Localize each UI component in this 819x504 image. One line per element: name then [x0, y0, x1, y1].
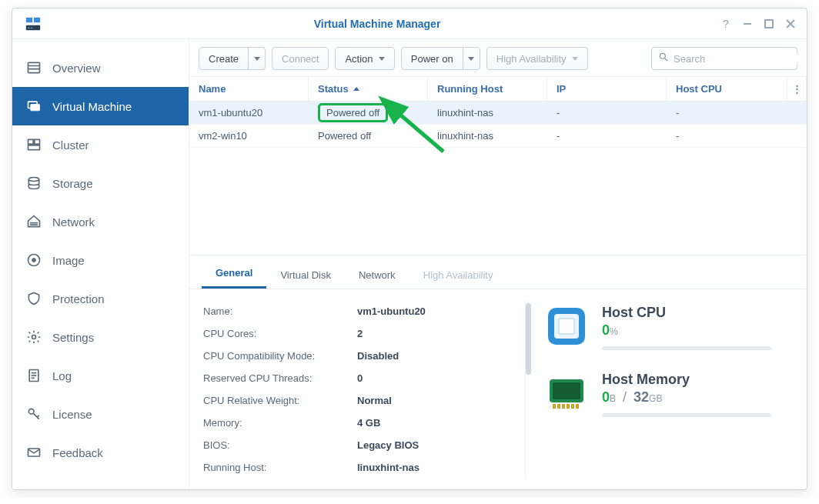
table-header: Name Status Running Host IP Host CPU ⋮ — [189, 77, 807, 102]
sidebar-item-image[interactable]: Image — [12, 241, 189, 279]
kv-val: 0 — [357, 372, 363, 384]
stat-label: Host Memory — [602, 372, 771, 388]
sidebar-item-settings[interactable]: Settings — [12, 318, 189, 356]
toolbar: Create Connect Action Power on High Avai… — [189, 39, 807, 77]
sidebar-item-label: Cluster — [52, 139, 89, 152]
stat-host-cpu: Host CPU 0% — [545, 305, 793, 350]
power-button-label: Power on — [402, 48, 463, 69]
memory-icon — [545, 372, 588, 415]
col-cpu[interactable]: Host CPU — [667, 77, 787, 101]
window-title: Virtual Machine Manager — [314, 18, 441, 30]
sidebar-item-label: Protection — [52, 292, 105, 305]
app-icon — [25, 15, 42, 32]
search-box[interactable] — [651, 47, 797, 70]
status-highlight: Powered off — [318, 103, 388, 122]
stat-bar — [602, 346, 771, 350]
svg-point-27 — [28, 409, 34, 414]
svg-point-22 — [32, 335, 36, 339]
svg-point-29 — [660, 53, 665, 58]
sidebar-item-label: Feedback — [52, 446, 103, 459]
create-button[interactable]: Create — [199, 47, 266, 70]
svg-rect-9 — [28, 62, 40, 72]
kv-key: CPU Relative Weight: — [203, 395, 357, 406]
svg-rect-14 — [28, 139, 34, 144]
col-name[interactable]: Name — [189, 77, 309, 101]
sidebar-item-label: Virtual Machine — [52, 100, 132, 113]
ha-button[interactable]: High Availability — [486, 47, 588, 70]
sidebar-item-overview[interactable]: Overview — [12, 48, 189, 87]
connect-button[interactable]: Connect — [272, 47, 329, 70]
cell-status: Powered off — [309, 102, 428, 124]
col-status[interactable]: Status — [309, 77, 428, 101]
ha-button-label: High Availability — [496, 53, 567, 65]
close-button[interactable] — [782, 15, 799, 32]
svg-point-17 — [28, 178, 38, 182]
cell-ip: - — [547, 102, 667, 124]
svg-rect-3 — [28, 27, 30, 28]
protection-icon — [26, 291, 42, 306]
envelope-icon — [26, 445, 42, 460]
sidebar-item-log[interactable]: Log — [12, 356, 189, 395]
detail-scrollbar[interactable] — [525, 300, 531, 479]
power-button[interactable]: Power on — [401, 47, 480, 70]
power-dropdown-caret[interactable] — [463, 48, 480, 69]
tab-general[interactable]: General — [202, 259, 266, 289]
app-window: Virtual Machine Manager ? Overview Virtu… — [12, 8, 807, 490]
svg-rect-37 — [553, 404, 556, 409]
svg-rect-4 — [31, 27, 32, 28]
kv-key: BIOS: — [203, 439, 357, 451]
log-icon — [26, 368, 42, 383]
svg-rect-36 — [553, 382, 580, 399]
help-button[interactable]: ? — [717, 15, 734, 32]
action-button[interactable]: Action — [335, 47, 394, 70]
cell-status: Powered off — [309, 125, 428, 147]
tab-network[interactable]: Network — [345, 262, 410, 289]
sidebar-item-feedback[interactable]: Feedback — [12, 433, 189, 472]
kv-val: vm1-ubuntu20 — [357, 305, 426, 317]
svg-rect-0 — [26, 17, 32, 22]
gear-icon — [26, 329, 42, 345]
table-row[interactable]: vm2-win10 Powered off linuxhint-nas - - — [189, 125, 807, 148]
svg-rect-1 — [34, 17, 40, 22]
storage-icon — [26, 175, 42, 191]
svg-rect-38 — [557, 404, 560, 409]
kv-key: CPU Cores: — [203, 328, 357, 339]
svg-rect-13 — [31, 105, 40, 111]
sidebar-item-label: Storage — [52, 177, 93, 190]
sidebar-item-cluster[interactable]: Cluster — [12, 125, 189, 164]
tab-virtual-disk[interactable]: Virtual Disk — [266, 262, 345, 289]
action-button-label: Action — [345, 53, 373, 65]
sidebar-item-protection[interactable]: Protection — [12, 279, 189, 318]
detail-pane: General Virtual Disk Network High Availa… — [189, 255, 807, 489]
tab-high-availability[interactable]: High Availability — [410, 262, 507, 289]
search-input[interactable] — [674, 53, 803, 65]
sidebar: Overview Virtual Machine Cluster Storage… — [12, 39, 189, 489]
sidebar-item-license[interactable]: License — [12, 395, 189, 433]
sidebar-item-label: Network — [52, 215, 95, 229]
kv-val: 4 GB — [357, 417, 380, 429]
sidebar-item-label: License — [52, 408, 92, 421]
col-host[interactable]: Running Host — [428, 77, 547, 101]
col-more-icon[interactable]: ⋮ — [787, 77, 807, 101]
minimize-button[interactable] — [739, 15, 756, 32]
sidebar-item-virtual-machine[interactable]: Virtual Machine — [12, 87, 189, 125]
stat-used-unit: B — [610, 393, 616, 404]
cell-host: linuxhint-nas — [428, 102, 547, 124]
sidebar-item-label: Overview — [52, 62, 101, 75]
table-row[interactable]: vm1-ubuntu20 Powered off linuxhint-nas -… — [189, 102, 807, 125]
kv-key: Running Host: — [203, 462, 357, 473]
maximize-button[interactable] — [760, 15, 777, 32]
sidebar-item-label: Settings — [52, 331, 94, 344]
sidebar-item-network[interactable]: Network — [12, 202, 189, 241]
svg-rect-16 — [28, 145, 40, 150]
connect-button-label: Connect — [272, 48, 328, 69]
sidebar-item-label: Image — [52, 254, 85, 267]
svg-rect-39 — [562, 404, 565, 409]
kv-key: Name: — [203, 305, 357, 317]
col-ip[interactable]: IP — [547, 77, 667, 101]
search-icon — [658, 52, 669, 65]
create-dropdown-caret[interactable] — [248, 48, 265, 69]
sidebar-item-storage[interactable]: Storage — [12, 164, 189, 202]
cell-ip: - — [547, 125, 667, 147]
kv-key: Memory: — [203, 417, 357, 429]
